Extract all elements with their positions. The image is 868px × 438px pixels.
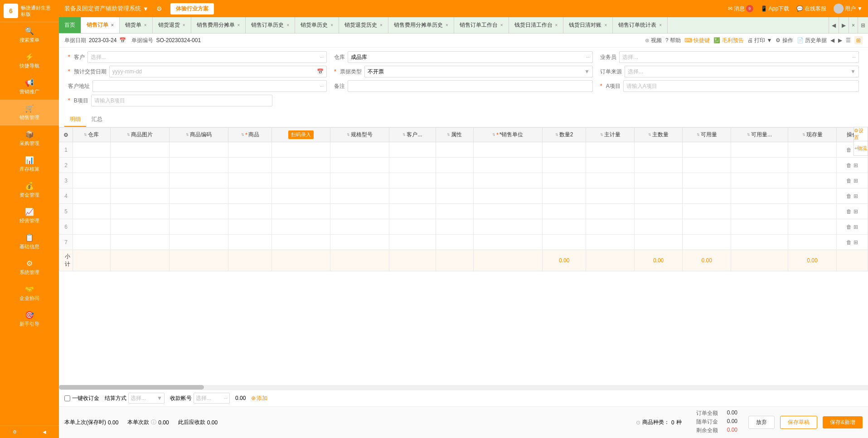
col-main_unit[interactable]: ⇅主计量 <box>586 128 635 142</box>
col-attribute[interactable]: ⇅属性 <box>436 128 473 142</box>
delete-icon[interactable]: 🗑 <box>846 178 852 184</box>
industry-solution-btn[interactable]: 体验行业方案 <box>170 3 214 14</box>
one-click-checkbox[interactable] <box>64 395 70 401</box>
salesperson-more-btn[interactable]: ··· <box>852 55 856 60</box>
sidebar-item-系统管理[interactable]: ⚙系统管理 <box>0 255 59 280</box>
copy-icon[interactable]: ⊞ <box>853 193 858 199</box>
next-record-btn[interactable]: ▶ <box>838 37 842 43</box>
copy-icon[interactable]: ⊞ <box>853 178 858 184</box>
account-select[interactable]: 选择... <box>196 395 224 402</box>
settings-btn[interactable]: ⚙ <box>153 2 166 15</box>
delivery-calendar-icon[interactable]: 📅 <box>317 68 324 75</box>
user-btn[interactable]: 用户 ▼ <box>834 4 863 14</box>
detail-tab-明细[interactable]: 明细 <box>64 113 86 127</box>
copy-icon[interactable]: ⊞ <box>853 162 858 168</box>
tab-nav-btn-0[interactable]: ◀ <box>829 17 839 33</box>
prev-record-btn[interactable]: ◀ <box>830 37 834 43</box>
message-btn[interactable]: ✉ 消息 9 <box>728 5 753 13</box>
sidebar-item-资金管理[interactable]: 💰资金管理 <box>0 177 59 203</box>
col-available[interactable]: ⇅可用量 <box>683 128 731 142</box>
sidebar-item-企业协同[interactable]: 🤝企业协同 <box>0 280 59 306</box>
table-scrollbar[interactable] <box>59 385 868 390</box>
save-draft-btn[interactable]: 保存草稿 <box>780 416 817 429</box>
tab-nav-btn-3[interactable]: ⊞ <box>858 17 868 33</box>
save-new-btn[interactable]: 保存&新增 <box>823 416 863 428</box>
sidebar-item-经营管理[interactable]: 📈经营管理 <box>0 203 59 229</box>
tab-7[interactable]: 销货退货历史× <box>339 17 388 33</box>
list-view-btn[interactable]: ☰ <box>846 37 851 43</box>
tab-9[interactable]: 销售订单工作台× <box>454 17 509 33</box>
customer-input[interactable]: 选择... <box>91 53 320 61</box>
col-customer_code[interactable]: ⇅客户... <box>389 128 436 142</box>
a-project-input[interactable]: 请输入A项目 <box>626 82 856 90</box>
payment-method-select[interactable]: 选择... <box>131 395 157 402</box>
sidebar-item-基础信息[interactable]: 📋基础信息 <box>0 229 59 255</box>
discard-btn[interactable]: 放弃 <box>748 416 775 429</box>
warehouse-input[interactable]: 成品库 <box>351 53 586 61</box>
warehouse-more-btn[interactable]: ··· <box>586 55 590 60</box>
detail-tab-汇总[interactable]: 汇总 <box>86 113 108 127</box>
tab-0[interactable]: 首页 <box>59 17 81 33</box>
tab-4[interactable]: 销售费用分摊单× <box>191 17 246 33</box>
sidebar-item-营销推广[interactable]: 📢营销推广 <box>0 74 59 100</box>
salesperson-input[interactable]: 选择... <box>622 53 852 61</box>
delivery-date-input[interactable]: yyyy-mm-dd <box>112 68 317 75</box>
tab-10[interactable]: 钱货日清工作台× <box>509 17 564 33</box>
delete-icon[interactable]: 🗑 <box>846 147 852 153</box>
side-additem-btn[interactable]: +物流 <box>853 141 868 156</box>
grid-view-btn[interactable]: ⊞ <box>854 36 863 44</box>
operation-action[interactable]: ⚙ 操作 <box>776 37 793 44</box>
delete-icon[interactable]: 🗑 <box>846 208 852 215</box>
col-warehouse[interactable]: ⇅仓库 <box>73 128 111 142</box>
print-action[interactable]: 🖨 打印 ▼ <box>747 37 772 44</box>
system-dropdown-btn[interactable]: ▼ <box>143 5 149 12</box>
col-main_qty[interactable]: ⇅主数量 <box>634 128 683 142</box>
col-stock[interactable]: ⇅现存量 <box>788 128 837 142</box>
table-scrollbar-thumb[interactable] <box>59 385 204 390</box>
calendar-icon[interactable]: 📅 <box>119 37 126 43</box>
col-qty2[interactable]: ⇅数量2 <box>543 128 586 142</box>
sidebar-item-销售管理[interactable]: 🛒销售管理 <box>0 100 59 125</box>
tab-2[interactable]: 销货单× <box>120 17 153 33</box>
col-unit[interactable]: ⇅**销售单位 <box>473 128 543 142</box>
order-source-input[interactable]: 选择... <box>628 68 850 76</box>
delete-icon[interactable]: 🗑 <box>846 239 852 245</box>
col-code[interactable]: ⇅商品编码 <box>170 128 228 142</box>
col-available2[interactable]: ⇅可用量... <box>731 128 788 142</box>
tab-6[interactable]: 销货单历史× <box>295 17 339 33</box>
gear-icon[interactable]: ⚙ <box>63 132 68 138</box>
customer-more-btn[interactable]: ··· <box>320 55 324 60</box>
view-action[interactable]: ⊙ 视频 <box>645 37 662 44</box>
tab-1[interactable]: 销售订单× <box>81 17 120 33</box>
online-service-btn[interactable]: 💬 在线客服 <box>796 5 826 13</box>
tab-3[interactable]: 销货退货× <box>153 17 191 33</box>
col-product[interactable]: ⇅*商品 <box>228 128 272 142</box>
app-download-btn[interactable]: 📱 App下载 <box>761 5 789 13</box>
sidebar-item-库存核算[interactable]: 📊库存核算 <box>0 151 59 177</box>
tab-8[interactable]: 销售费用分摊单历史× <box>388 17 454 33</box>
account-more-btn[interactable]: ··· <box>224 396 228 401</box>
info-icon[interactable]: ⓘ <box>151 419 156 426</box>
history-action[interactable]: 📄 历史单据 <box>797 37 827 44</box>
sidebar-item-采购管理[interactable]: 📦采购管理 <box>0 125 59 151</box>
tab-12[interactable]: 销售订单统计表× <box>613 17 668 33</box>
address-more-btn[interactable]: ··· <box>320 84 324 89</box>
invoice-type-select[interactable]: 不开票 <box>368 68 584 76</box>
sidebar-item-新手引导[interactable]: 🎯新手引导 <box>0 306 59 332</box>
shortcut-action[interactable]: ⌨ 快捷键 <box>684 37 710 44</box>
help-action[interactable]: ? 帮助 <box>665 37 681 44</box>
col-spec[interactable]: ⇅规格型号 <box>330 128 389 142</box>
copy-icon[interactable]: ⊞ <box>853 224 858 230</box>
sidebar-settings-btn[interactable]: ⚙ <box>13 429 17 434</box>
b-project-input[interactable]: 请输入B项目 <box>94 97 269 105</box>
delete-icon[interactable]: 🗑 <box>846 193 852 199</box>
tab-nav-btn-1[interactable]: ▶ <box>839 17 849 33</box>
copy-icon[interactable]: ⊞ <box>853 239 858 245</box>
tab-5[interactable]: 销售订单历史× <box>246 17 295 33</box>
col-gear[interactable]: ⚙ <box>59 128 73 142</box>
scan-btn[interactable]: 扫码录入 <box>288 130 314 139</box>
tab-11[interactable]: 钱货日清对账× <box>563 17 613 33</box>
profit-action[interactable]: 💹 毛利预告 <box>713 37 743 44</box>
delete-icon[interactable]: 🗑 <box>846 224 852 230</box>
sidebar-item-搜索菜单[interactable]: 🔍搜索菜单 <box>0 22 59 48</box>
